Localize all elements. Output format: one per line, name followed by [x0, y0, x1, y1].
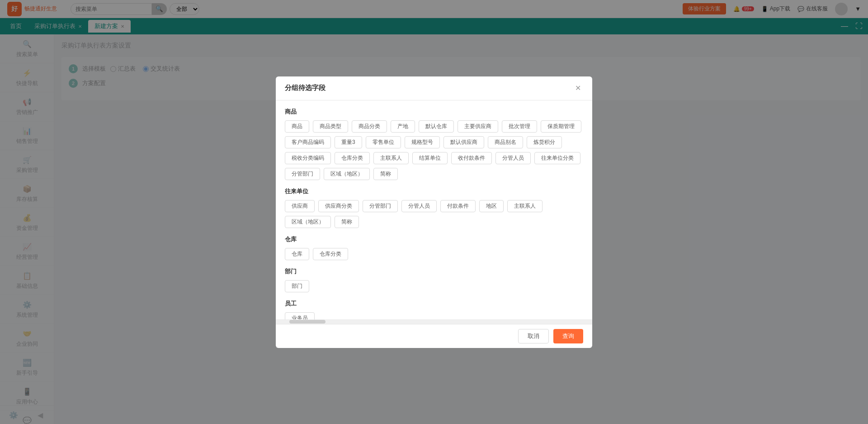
field-tag-supplier-category[interactable]: 供应商分类 — [318, 200, 359, 212]
field-tag-origin[interactable]: 产地 — [391, 120, 415, 133]
field-group-department-title: 部门 — [285, 267, 583, 276]
field-tag-contact[interactable]: 主联系人 — [373, 152, 409, 164]
field-tag-shelf-life[interactable]: 保质期管理 — [541, 120, 581, 133]
field-tag-retail-unit[interactable]: 零售单位 — [366, 136, 401, 148]
field-group-employee-title: 员工 — [285, 300, 583, 308]
field-tag-supplier[interactable]: 供应商 — [285, 200, 315, 212]
cancel-button[interactable]: 取消 — [518, 329, 549, 343]
modal-horizontal-scrollbar[interactable] — [276, 319, 592, 324]
field-tag-goods-alias[interactable]: 商品别名 — [488, 136, 523, 148]
field-tag-partner-supervisor[interactable]: 分管人员 — [401, 200, 437, 212]
field-group-partner: 往来单位 供应商 供应商分类 分管部门 分管人员 付款条件 地区 主联系人 区域… — [285, 187, 583, 228]
field-tag-payment-cond[interactable]: 付款条件 — [440, 200, 476, 212]
field-tag-customer-code[interactable]: 客户商品编码 — [285, 136, 331, 148]
field-tag-main-contact[interactable]: 主联系人 — [507, 200, 542, 212]
modal-overlay: 分组待选字段 ✕ 商品 商品 商品类型 商品分类 产地 默认仓库 主要供应商 批… — [0, 0, 868, 424]
field-tag-partner-dept[interactable]: 分管部门 — [363, 200, 398, 212]
field-group-goods: 商品 商品 商品类型 商品分类 产地 默认仓库 主要供应商 批次管理 保质期管理… — [285, 108, 583, 180]
field-tag-default-supplier[interactable]: 默认供应商 — [443, 136, 484, 148]
field-tag-dept[interactable]: 分管部门 — [285, 168, 320, 180]
field-tag-warehouse-category[interactable]: 仓库分类 — [335, 152, 370, 164]
modal-footer: 取消 查询 — [276, 324, 592, 348]
field-tags-department: 部门 — [285, 280, 583, 292]
field-tag-partner-category[interactable]: 往来单位分类 — [534, 152, 580, 164]
field-tag-area[interactable]: 地区 — [479, 200, 504, 212]
field-tags-partner: 供应商 供应商分类 分管部门 分管人员 付款条件 地区 主联系人 区域（地区） … — [285, 200, 583, 228]
field-tag-region2[interactable]: 区域（地区） — [285, 216, 331, 228]
field-tag-goods-type[interactable]: 商品类型 — [313, 120, 348, 133]
field-tag-warehouse[interactable]: 仓库 — [285, 248, 309, 260]
field-tag-points[interactable]: 炼货积分 — [527, 136, 562, 148]
field-tag-default-warehouse[interactable]: 默认仓库 — [419, 120, 454, 133]
field-tag-department[interactable]: 部门 — [285, 280, 309, 292]
field-tag-tax-code[interactable]: 税收分类编码 — [285, 152, 331, 164]
field-tag-weight[interactable]: 重量3 — [335, 136, 362, 148]
field-tag-warehouse-cat[interactable]: 仓库分类 — [313, 248, 348, 260]
field-tag-batch-mgmt[interactable]: 批次管理 — [502, 120, 537, 133]
field-tag-payment-terms[interactable]: 收付款条件 — [451, 152, 492, 164]
field-tag-settle-unit[interactable]: 结算单位 — [412, 152, 448, 164]
field-tag-spec[interactable]: 规格型号 — [405, 136, 440, 148]
field-tags-employee: 业务员 — [285, 312, 583, 320]
field-group-goods-title: 商品 — [285, 108, 583, 116]
confirm-button[interactable]: 查询 — [553, 329, 583, 343]
field-group-department: 部门 部门 — [285, 267, 583, 292]
modal-header: 分组待选字段 ✕ — [276, 76, 592, 100]
modal-title: 分组待选字段 — [285, 84, 326, 92]
field-tag-goods[interactable]: 商品 — [285, 120, 309, 133]
field-group-warehouse-title: 仓库 — [285, 235, 583, 243]
field-tag-main-supplier[interactable]: 主要供应商 — [458, 120, 498, 133]
field-tag-goods-category[interactable]: 商品分类 — [352, 120, 387, 133]
field-tag-region[interactable]: 区域（地区） — [324, 168, 370, 180]
modal-body: 商品 商品 商品类型 商品分类 产地 默认仓库 主要供应商 批次管理 保质期管理… — [276, 100, 592, 320]
field-tag-short-name[interactable]: 简称 — [373, 168, 398, 180]
scroll-thumb — [289, 320, 326, 324]
field-tag-short2[interactable]: 简称 — [335, 216, 359, 228]
field-tags-warehouse: 仓库 仓库分类 — [285, 248, 583, 260]
field-tag-supervisor[interactable]: 分管人员 — [495, 152, 531, 164]
field-tag-salesperson[interactable]: 业务员 — [285, 312, 315, 320]
field-select-modal: 分组待选字段 ✕ 商品 商品 商品类型 商品分类 产地 默认仓库 主要供应商 批… — [276, 76, 592, 348]
field-tags-goods: 商品 商品类型 商品分类 产地 默认仓库 主要供应商 批次管理 保质期管理 客户… — [285, 120, 583, 180]
modal-close-button[interactable]: ✕ — [572, 83, 583, 94]
field-group-employee: 员工 业务员 — [285, 300, 583, 320]
field-group-partner-title: 往来单位 — [285, 187, 583, 195]
field-group-warehouse: 仓库 仓库 仓库分类 — [285, 235, 583, 260]
